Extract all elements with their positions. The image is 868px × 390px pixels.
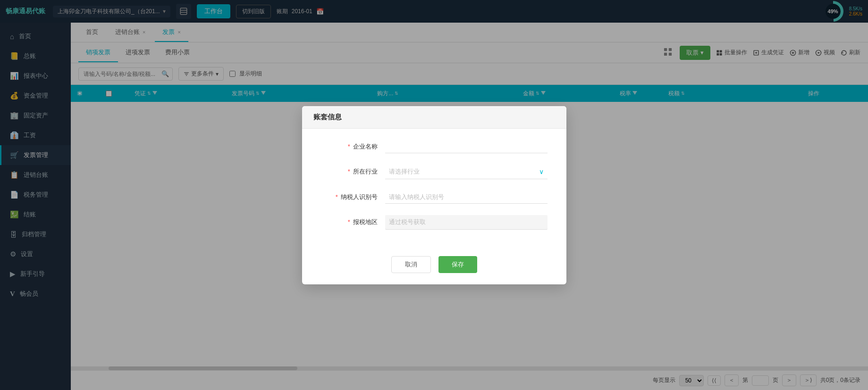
tax-region-label: * 报税地区 xyxy=(321,218,378,226)
company-required-mark: * xyxy=(348,143,350,150)
modal-box: 账套信息 * 企业名称 11 * 所在行业 请选择行业 ∨ xyxy=(302,106,566,284)
tax-id-input[interactable] xyxy=(385,191,548,204)
industry-placeholder: 请选择行业 xyxy=(389,167,539,176)
tax-region-required-mark: * xyxy=(348,218,350,225)
company-name-label: * 企业名称 xyxy=(321,142,378,151)
tax-region-disabled-input: 通过税号获取 xyxy=(385,215,548,230)
industry-dropdown-icon: ∨ xyxy=(539,168,544,175)
modal-footer: 取消 保存 xyxy=(302,256,566,273)
industry-required-mark: * xyxy=(348,168,350,175)
cancel-button[interactable]: 取消 xyxy=(391,256,431,273)
industry-label: * 所在行业 xyxy=(321,167,378,176)
form-row-tax-region: * 报税地区 通过税号获取 xyxy=(321,215,548,230)
modal-title: 账套信息 xyxy=(313,113,342,121)
save-button[interactable]: 保存 xyxy=(438,256,477,273)
industry-select[interactable]: 请选择行业 ∨ xyxy=(385,165,548,179)
form-row-tax-id: * 纳税人识别号 xyxy=(321,191,548,204)
form-row-company: * 企业名称 11 xyxy=(321,140,548,153)
form-row-industry: * 所在行业 请选择行业 ∨ xyxy=(321,165,548,179)
tax-id-required-mark: * xyxy=(336,193,338,200)
modal-body: * 企业名称 11 * 所在行业 请选择行业 ∨ * xyxy=(302,129,566,252)
modal-header: 账套信息 xyxy=(302,106,566,129)
company-name-input[interactable]: 11 xyxy=(385,140,548,153)
tax-id-label: * 纳税人识别号 xyxy=(321,193,378,201)
modal-overlay: 账套信息 * 企业名称 11 * 所在行业 请选择行业 ∨ xyxy=(0,0,868,390)
